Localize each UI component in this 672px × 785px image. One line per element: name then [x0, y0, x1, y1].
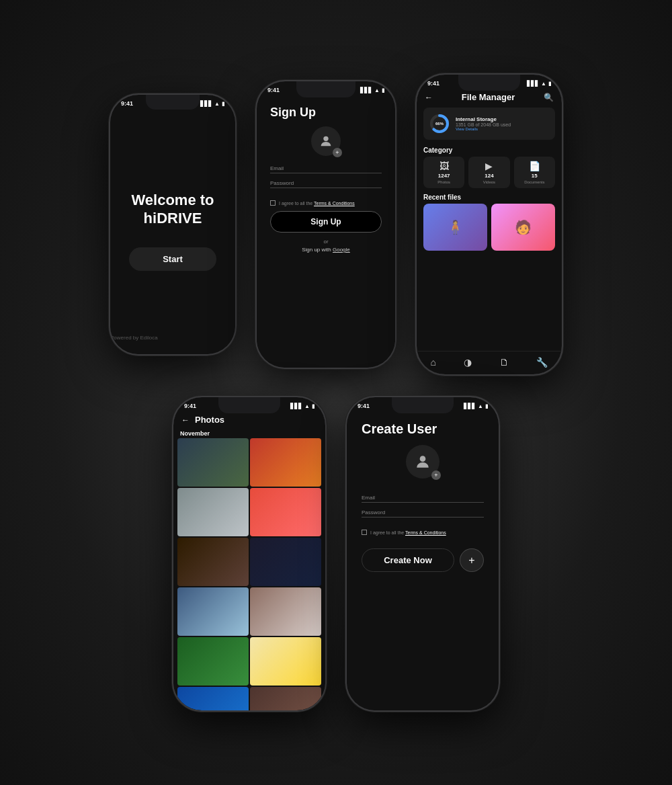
email-label: Email [270, 165, 382, 171]
svg-point-0 [323, 136, 328, 141]
search-button[interactable]: 🔍 [544, 93, 554, 102]
signup-screen: 9:41 ▋▋▋ ▲ ▮ Sign Up + Email [257, 81, 395, 368]
phone-createuser: 9:41 ▋▋▋ ▲ ▮ Create User + Email [345, 396, 500, 712]
time: 9:41 [358, 403, 370, 409]
person-figure-icon: 🧍 [447, 219, 464, 235]
wifi-icon: ▲ [541, 81, 546, 87]
terms-checkbox[interactable] [362, 530, 367, 535]
terms-row: I agree to all the Terms & Conditions [270, 200, 382, 206]
password-field[interactable]: Password [362, 509, 484, 518]
email-field[interactable]: Email [362, 495, 484, 503]
category-documents[interactable]: 📄 15 Documents [514, 157, 555, 188]
battery-icon: ▮ [222, 101, 224, 107]
notch [218, 397, 280, 413]
createuser-title: Create User [362, 421, 437, 437]
photo-2[interactable] [250, 438, 321, 487]
storage-used: 1351 GB of 2048 GB used [456, 122, 550, 127]
createuser-screen: 9:41 ▋▋▋ ▲ ▮ Create User + Email [347, 397, 499, 710]
videos-label: Videos [483, 180, 495, 184]
welcome-title: Welcome to hiDRIVE [124, 192, 222, 227]
home-nav-icon[interactable]: ⌂ [431, 357, 436, 368]
wifi-icon: ▲ [214, 101, 220, 107]
videos-count: 124 [485, 173, 493, 179]
photo-9[interactable] [177, 637, 249, 686]
settings-nav-icon[interactable]: 🔧 [536, 357, 548, 368]
signup-title: Sign Up [270, 106, 316, 120]
battery-icon: ▮ [312, 403, 314, 409]
category-photos[interactable]: 🖼 1247 Photos [423, 157, 464, 188]
photo-12[interactable] [250, 687, 321, 710]
time: 9:41 [267, 87, 280, 93]
wifi-icon: ▲ [304, 403, 310, 409]
recent-file-1[interactable]: 🧍 [423, 204, 487, 251]
add-avatar-icon[interactable]: + [333, 148, 342, 157]
signal-icon: ▋▋▋ [200, 101, 212, 107]
phone-welcome: 9:41 ▋▋▋ ▲ ▮ Welcome to hiDRIVE Start Po… [109, 93, 237, 356]
add-avatar-icon[interactable]: + [431, 470, 441, 480]
user-icon [414, 453, 431, 470]
wifi-icon: ▲ [374, 87, 380, 93]
videos-icon: ▶ [485, 161, 493, 171]
category-row: 🖼 1247 Photos ▶ 124 Videos 📄 15 Document… [417, 157, 562, 188]
email-field[interactable]: Email [270, 165, 382, 173]
back-button[interactable]: ← [425, 93, 433, 102]
terms-text: I agree to all the Terms & Conditions [370, 530, 446, 535]
signup-button[interactable]: Sign Up [270, 211, 382, 233]
recent-file-2[interactable]: 🧑 [491, 204, 555, 251]
password-label: Password [270, 180, 382, 186]
clock-nav-icon[interactable]: ◑ [464, 357, 472, 368]
notch [392, 397, 454, 413]
photo-8[interactable] [250, 587, 321, 636]
signal-icon: ▋▋▋ [527, 81, 539, 87]
photos-label: Photos [437, 180, 450, 184]
storage-info: Internal Storage 1351 GB of 2048 GB used… [456, 116, 550, 131]
photo-10[interactable] [250, 637, 321, 686]
docs-count: 15 [532, 173, 538, 179]
back-button[interactable]: ← [181, 415, 190, 425]
phone-filemanager: 9:41 ▋▋▋ ▲ ▮ ← File Manager 🔍 66 [415, 73, 563, 376]
view-details-link[interactable]: View Details [456, 127, 550, 131]
recent-files-row: 🧍 🧑 [417, 204, 562, 251]
photo-11[interactable] [177, 687, 249, 710]
photos-icon: 🖼 [439, 161, 449, 171]
bottom-nav: ⌂ ◑ 🗋 🔧 [417, 351, 562, 374]
phone-photos: 9:41 ▋▋▋ ▲ ▮ ← Photos November [172, 396, 327, 712]
signal-icon: ▋▋▋ [290, 403, 302, 409]
photo-grid [173, 438, 325, 710]
photo-6[interactable] [250, 538, 321, 586]
notch [458, 75, 520, 91]
create-button-row: Create Now + [362, 548, 484, 572]
photos-screen: 9:41 ▋▋▋ ▲ ▮ ← Photos November [173, 397, 325, 710]
storage-card: 66% Internal Storage 1351 GB of 2048 GB … [423, 108, 555, 140]
month-label: November [173, 427, 325, 438]
phone-signup: 9:41 ▋▋▋ ▲ ▮ Sign Up + Email [255, 80, 396, 369]
photo-1[interactable] [177, 438, 249, 487]
notch [296, 81, 355, 97]
password-field[interactable]: Password [270, 180, 382, 188]
terms-link[interactable]: Terms & Conditions [405, 530, 446, 535]
avatar: + [311, 126, 341, 156]
file-nav-icon[interactable]: 🗋 [499, 357, 509, 368]
create-now-button[interactable]: Create Now [362, 548, 454, 572]
createuser-content: Create User + Email Password [347, 411, 499, 710]
plus-button[interactable]: + [460, 548, 484, 572]
category-videos[interactable]: ▶ 124 Videos [468, 157, 509, 188]
welcome-screen: 9:41 ▋▋▋ ▲ ▮ Welcome to hiDRIVE Start Po… [110, 95, 235, 354]
photo-4[interactable] [250, 488, 321, 536]
email-label: Email [362, 495, 484, 501]
terms-link[interactable]: Terms & Conditions [314, 201, 355, 206]
storage-title: Internal Storage [456, 116, 550, 122]
photo-7[interactable] [177, 587, 249, 636]
terms-text: I agree to all the Terms & Conditions [279, 201, 355, 206]
woman-figure-icon: 🧑 [515, 219, 532, 235]
docs-label: Documents [524, 180, 544, 184]
wifi-icon: ▲ [478, 403, 483, 409]
photo-5[interactable] [177, 538, 249, 586]
photo-3[interactable] [177, 488, 249, 536]
recent-section-label: Recent files [417, 188, 562, 204]
google-signup-link[interactable]: Sign up with Google [302, 247, 350, 253]
start-button[interactable]: Start [129, 247, 216, 271]
filemanager-title: File Manager [462, 92, 515, 102]
terms-checkbox[interactable] [270, 200, 276, 206]
time: 9:41 [427, 80, 439, 87]
